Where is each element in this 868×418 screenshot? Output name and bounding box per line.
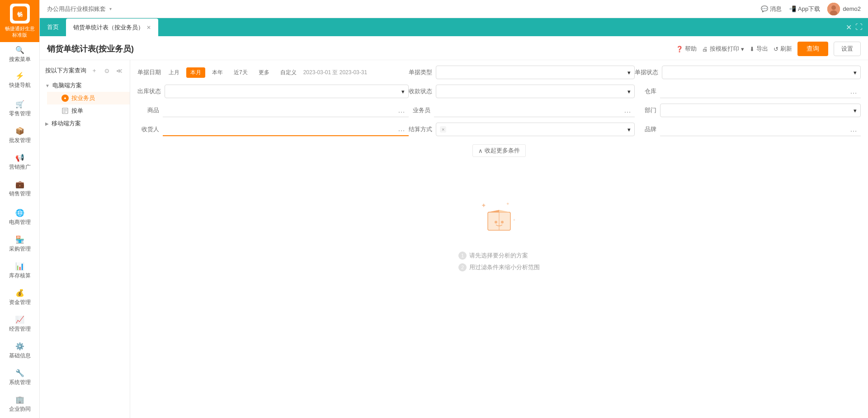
- sidebar-quick-nav[interactable]: ⚡ 快捷导航: [0, 67, 39, 94]
- content-area: 销货单统计表(按业务员) ❓ 帮助 🖨 按模板打印 ▾ ⬇ 导出 ↺ 刷新: [40, 36, 868, 418]
- warehouse-dots[interactable]: …: [848, 87, 859, 95]
- brand-field: 品牌 …: [635, 123, 861, 136]
- settlement-select[interactable]: × ▾: [436, 123, 635, 136]
- doc-type-label: 单据类型: [409, 68, 436, 76]
- tab-expand-action[interactable]: ⛶: [855, 23, 863, 31]
- help-btn[interactable]: ❓ 帮助: [676, 45, 697, 53]
- breadcrumb-dropdown[interactable]: ▾: [109, 6, 112, 11]
- date-btn-this-year[interactable]: 本年: [208, 67, 227, 78]
- date-btn-this-month[interactable]: 本月: [186, 67, 205, 78]
- collapse-panel-btn[interactable]: ≪: [114, 66, 124, 76]
- collapse-button[interactable]: ∧ 收起更多条件: [472, 144, 526, 157]
- tip-num-2: 2: [458, 263, 467, 271]
- mobile-node-label: 移动端方案: [52, 119, 81, 128]
- sidebar-item-ecommerce[interactable]: 🌐 电商管理: [0, 204, 39, 231]
- pc-node-label: 电脑端方案: [52, 81, 82, 90]
- svg-text:✦: ✦: [481, 202, 486, 209]
- salesperson-input[interactable]: …: [434, 104, 635, 117]
- message-btn[interactable]: 💬 消息: [761, 5, 782, 13]
- settlement-field: 结算方式 × ▾: [409, 123, 635, 136]
- settings-button[interactable]: 设置: [834, 42, 861, 56]
- tab-bar: 首页 销货单统计表（按业务员） ✕ ✕ ⛶: [40, 18, 868, 36]
- tree-mobile-node[interactable]: ▶ 移动端方案: [40, 117, 130, 130]
- basic-icon: ⚙️: [15, 342, 24, 351]
- salesperson-field: 业务员 …: [409, 104, 635, 117]
- sidebar-item-system[interactable]: 🔧 系统管理: [0, 364, 39, 391]
- enterprise-label: 企业协同: [9, 405, 31, 413]
- sidebar-item-basic[interactable]: ⚙️ 基础信息: [0, 337, 39, 364]
- doc-type-select[interactable]: ▾: [436, 66, 635, 79]
- sidebar-item-finance[interactable]: 💰 资金管理: [0, 284, 39, 311]
- salesperson-control: …: [434, 104, 635, 117]
- date-btn-custom[interactable]: 自定义: [276, 67, 301, 78]
- search-icon: 🔍: [15, 46, 24, 54]
- app-download-btn[interactable]: 📲 App下载: [789, 5, 820, 13]
- avatar: [827, 3, 840, 15]
- consignee-control: …: [163, 123, 409, 136]
- edit-scheme-btn[interactable]: ⊙: [102, 66, 112, 76]
- consignee-dots[interactable]: …: [396, 125, 407, 133]
- add-scheme-btn[interactable]: ＋: [89, 66, 99, 76]
- receive-status-select[interactable]: ▾: [436, 85, 635, 98]
- consignee-input[interactable]: …: [163, 123, 409, 136]
- sidebar-item-purchase[interactable]: 🏪 采购管理: [0, 231, 39, 257]
- tree-by-order[interactable]: 按单: [47, 104, 130, 117]
- date-btn-more[interactable]: 更多: [255, 67, 274, 78]
- refresh-icon: ↺: [774, 46, 778, 52]
- expand-icon: ▼: [45, 83, 50, 88]
- sidebar-item-retail[interactable]: 🛒 零售管理: [0, 95, 39, 122]
- refresh-btn[interactable]: ↺ 刷新: [774, 45, 792, 53]
- out-status-arrow: ▾: [401, 88, 405, 95]
- ecommerce-label: 电商管理: [9, 218, 31, 226]
- sidebar-quick-nav-label: 快捷导航: [9, 81, 31, 89]
- settlement-tag-close[interactable]: ×: [442, 127, 444, 132]
- warehouse-input[interactable]: …: [660, 85, 861, 98]
- operations-label: 经营管理: [9, 325, 31, 333]
- sidebar-item-wholesale[interactable]: 📦 批发管理: [0, 122, 39, 149]
- purchase-icon: 🏪: [15, 235, 24, 244]
- sidebar-item-marketing[interactable]: 📢 营销推广: [0, 149, 39, 176]
- tab-sales-stat-label: 销货单统计表（按业务员）: [73, 24, 144, 32]
- receive-status-control: ▾: [436, 85, 635, 98]
- department-select[interactable]: ▾: [660, 104, 861, 117]
- help-label: 帮助: [685, 45, 697, 53]
- doc-status-select[interactable]: ▾: [662, 66, 861, 79]
- template-print-btn[interactable]: 🖨 按模板打印 ▾: [702, 45, 744, 53]
- filter-row-2: 出库状态 ▾ 收款状态: [137, 85, 861, 98]
- tree-sales-staff[interactable]: ● 按业务员: [47, 92, 130, 104]
- goods-dots[interactable]: …: [396, 106, 407, 114]
- sidebar-item-inventory[interactable]: 📊 库存核算: [0, 257, 39, 284]
- sidebar-item-operations[interactable]: 📈 经营管理: [0, 311, 39, 337]
- export-label: 导出: [756, 45, 768, 53]
- header-actions: 💬 消息 📲 App下载 demo2: [761, 3, 861, 15]
- retail-icon: 🛒: [15, 100, 24, 109]
- out-status-select[interactable]: ▾: [165, 85, 409, 98]
- salesperson-dots[interactable]: …: [622, 106, 633, 114]
- tab-close-icon[interactable]: ✕: [146, 24, 151, 31]
- svg-text:✦: ✦: [506, 201, 509, 206]
- order-scheme-icon: [61, 107, 69, 114]
- tab-home[interactable]: 首页: [40, 18, 66, 36]
- tab-sales-stat[interactable]: 销货单统计表（按业务员） ✕: [66, 19, 158, 37]
- brand-input[interactable]: …: [660, 123, 861, 136]
- goods-input[interactable]: …: [163, 104, 409, 117]
- template-print-label: 按模板打印: [710, 45, 739, 53]
- warehouse-field: 仓库 …: [635, 85, 861, 98]
- sidebar-item-sales[interactable]: 💼 销售管理: [0, 176, 39, 202]
- export-btn[interactable]: ⬇ 导出: [750, 45, 768, 53]
- brand-dots[interactable]: …: [848, 125, 859, 133]
- date-btn-last-7[interactable]: 近7天: [230, 67, 252, 78]
- query-button[interactable]: 查询: [797, 42, 828, 56]
- brand-control: …: [660, 123, 861, 136]
- breadcrumb-area: 办公用品行业模拟账套 ▾: [47, 5, 112, 13]
- tab-close-action[interactable]: ✕: [846, 23, 852, 32]
- tree-pc-node[interactable]: ▼ 电脑端方案: [40, 79, 130, 92]
- system-icon: 🔧: [15, 369, 24, 377]
- ecommerce-icon: 🌐: [15, 209, 24, 217]
- date-btn-last-month[interactable]: 上月: [165, 67, 184, 78]
- logo[interactable]: 畅 畅捷通好生意 标准版: [0, 0, 39, 42]
- sidebar-item-enterprise[interactable]: 🏢 企业协同: [0, 391, 39, 418]
- sidebar-search[interactable]: 🔍 搜索菜单: [0, 42, 39, 67]
- svg-text:畅: 畅: [17, 11, 23, 18]
- user-area[interactable]: demo2: [827, 3, 861, 15]
